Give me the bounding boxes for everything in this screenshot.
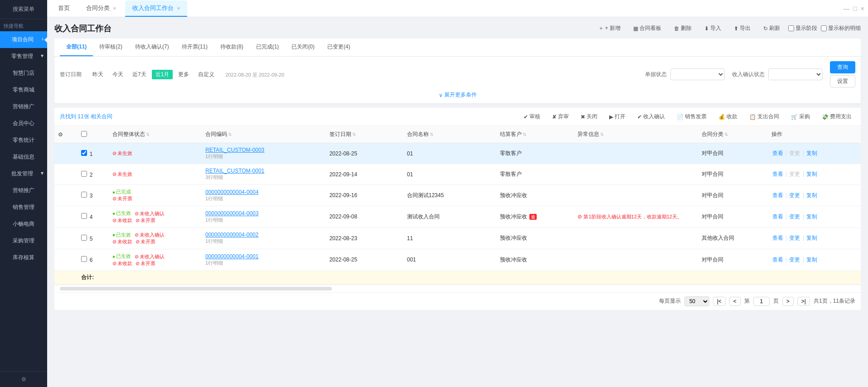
row-checkbox[interactable] — [81, 192, 87, 198]
th-abnormal[interactable]: 异常信息⇅ — [574, 126, 698, 143]
op-change-btn[interactable]: 变更 — [788, 235, 801, 241]
select-all-checkbox[interactable] — [81, 131, 87, 137]
set-button[interactable]: 设置 — [830, 75, 855, 87]
page-input[interactable] — [753, 297, 770, 306]
sidebar-item-marketing[interactable]: 营销推广 — [0, 98, 47, 115]
op-view-btn[interactable]: 查看 — [771, 171, 784, 177]
last-page-btn[interactable]: >| — [797, 297, 810, 306]
sidebar-item-retail-mall[interactable]: 零售商城 — [0, 82, 47, 98]
sidebar-item-xiao-ecom[interactable]: 小畅电商 — [0, 216, 47, 232]
sidebar-item-base-info[interactable]: 基础信息 — [0, 149, 47, 165]
op-copy-btn[interactable]: 复制 — [805, 256, 818, 263]
close-btn[interactable]: × — [861, 5, 864, 12]
show-detail-input[interactable] — [821, 25, 827, 31]
first-page-btn[interactable]: |< — [713, 297, 726, 306]
row-checkbox[interactable] — [81, 256, 87, 262]
show-fields-input[interactable] — [788, 25, 794, 31]
th-code[interactable]: 合同编码⇅ — [202, 126, 326, 143]
row-checkbox[interactable] — [81, 150, 87, 156]
th-sign-date[interactable]: 签订日期⇅ — [326, 126, 403, 143]
op-copy-btn[interactable]: 复制 — [805, 213, 818, 220]
date-btn-7days[interactable]: 近7天 — [129, 70, 150, 79]
income-status-select[interactable] — [768, 68, 823, 80]
op-copy-btn[interactable]: 复制 — [805, 192, 818, 198]
contract-code-link[interactable]: 0000000000004-0002 — [205, 232, 258, 238]
import-button[interactable]: ⬇ 导入 — [700, 23, 726, 34]
row-checkbox[interactable] — [81, 235, 87, 241]
sidebar-item-project[interactable]: 项目合同 › — [0, 31, 47, 48]
sidebar-item-retail-stats[interactable]: 零售统计 — [0, 132, 47, 149]
review-btn[interactable]: ✔ 审核 — [520, 111, 544, 122]
expand-filter-btn[interactable]: ∨ 展开更多条件 — [439, 91, 477, 99]
status-tab-pending-review[interactable]: 待审核(2) — [93, 39, 129, 56]
next-page-btn[interactable]: > — [782, 297, 794, 306]
show-fields-checkbox[interactable]: 显示阶段 — [788, 24, 817, 32]
delete-button[interactable]: 🗑 删除 — [669, 23, 696, 34]
th-type[interactable]: 合同分类⇅ — [698, 126, 768, 143]
refresh-button[interactable]: ↻ 刷新 — [759, 23, 785, 34]
purchase-btn[interactable]: 🛒 采购 — [787, 111, 814, 122]
close-btn[interactable]: ✖ 关闭 — [577, 111, 601, 122]
date-btn-today[interactable]: 今天 — [109, 70, 127, 79]
op-view-btn[interactable]: 查看 — [771, 256, 784, 263]
open-btn[interactable]: ▶ 打开 — [606, 111, 629, 122]
tab-home[interactable]: 首页 — [51, 0, 77, 17]
op-change-btn[interactable]: 变更 — [788, 171, 801, 177]
th-overall-status[interactable]: 合同整体状态⇅ — [109, 126, 202, 143]
out-contract-btn[interactable]: 📋 支出合同 — [746, 111, 783, 122]
export-button[interactable]: ⬆ 导出 — [729, 23, 755, 34]
sidebar-item-member[interactable]: 会员中心 — [0, 115, 47, 132]
op-copy-btn[interactable]: 复制 — [805, 171, 818, 177]
status-tab-pending-invoice[interactable]: 待开票(11) — [175, 39, 214, 56]
status-tab-changed[interactable]: 已变更(4) — [321, 39, 357, 56]
sidebar-settings[interactable]: ⚙ — [0, 371, 47, 387]
tab-income-workbench[interactable]: 收入合同工作台 × — [125, 0, 187, 17]
page-size-select[interactable]: 10 20 50 100 — [684, 296, 709, 306]
sidebar-item-marketing2[interactable]: 营销推广 — [0, 182, 47, 199]
tab-close-contract-cat[interactable]: × — [113, 5, 116, 11]
op-copy-btn[interactable]: 复制 — [805, 235, 818, 241]
date-btn-yesterday[interactable]: 昨天 — [89, 70, 107, 79]
abandon-btn[interactable]: ✘ 弃审 — [548, 111, 572, 122]
op-change-btn[interactable]: 变更 — [788, 192, 801, 198]
status-tab-closed[interactable]: 已关闭(0) — [285, 39, 321, 56]
expense-btn[interactable]: 💸 费用支出 — [818, 111, 855, 122]
prev-page-btn[interactable]: < — [729, 297, 741, 306]
op-view-btn[interactable]: 查看 — [771, 150, 784, 156]
settings-icon[interactable]: ⚙ — [58, 131, 63, 138]
sidebar-item-purchase[interactable]: 采购管理 — [0, 232, 47, 249]
show-detail-checkbox[interactable]: 显示标的明细 — [821, 24, 861, 32]
op-view-btn[interactable]: 查看 — [771, 235, 784, 241]
sales-invoice-btn[interactable]: 📄 销售发票 — [673, 111, 710, 122]
contract-code-link[interactable]: 0000000000004-0001 — [205, 253, 258, 260]
payment-btn[interactable]: 💰 收款 — [715, 111, 741, 122]
th-name[interactable]: 合同名称⇅ — [403, 126, 496, 143]
tab-close-income-workbench[interactable]: × — [177, 5, 180, 11]
op-change-btn[interactable]: 变更 — [788, 256, 801, 263]
tab-contract-cat[interactable]: 合同分类 × — [79, 0, 123, 17]
sidebar-item-retail-mgmt[interactable]: 零售管理 ▾ — [0, 48, 47, 65]
op-copy-btn[interactable]: 复制 — [805, 150, 818, 156]
sidebar-item-sales-mgmt[interactable]: 销售管理 — [0, 199, 47, 216]
th-customer[interactable]: 结算客户⇅ — [496, 126, 574, 143]
contract-code-link[interactable]: 0000000000004-0003 — [205, 210, 258, 217]
minimize-btn[interactable]: — — [843, 5, 849, 12]
income-confirm-btn[interactable]: ✔ 收入确认 — [634, 111, 669, 122]
horizontal-scrollbar[interactable] — [60, 287, 332, 290]
op-view-btn[interactable]: 查看 — [771, 192, 784, 198]
row-checkbox[interactable] — [81, 171, 87, 177]
date-btn-more[interactable]: 更多 — [175, 70, 193, 79]
dashboard-button[interactable]: ▦ 合同看板 — [629, 23, 666, 34]
query-button[interactable]: 查询 — [830, 61, 855, 73]
sidebar-item-wholesale[interactable]: 批发管理 ▾ — [0, 165, 47, 182]
status-tab-done[interactable]: 已完成(1) — [250, 39, 286, 56]
doc-status-select[interactable] — [670, 68, 725, 80]
sidebar-item-smart-store[interactable]: 智慧门店 — [0, 65, 47, 82]
contract-code-link[interactable]: 0000000000004-0004 — [205, 189, 258, 195]
op-change-btn[interactable]: 变更 — [788, 150, 801, 156]
op-view-btn[interactable]: 查看 — [771, 213, 784, 220]
date-btn-custom[interactable]: 自定义 — [194, 70, 218, 79]
op-change-btn[interactable]: 变更 — [788, 213, 801, 220]
date-btn-1month[interactable]: 近1月 — [152, 70, 173, 79]
maximize-btn[interactable]: □ — [853, 5, 857, 12]
